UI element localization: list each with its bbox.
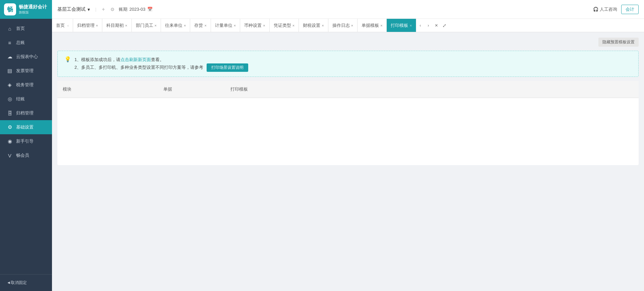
sidebar-item-close[interactable]: ◎ 结账 — [0, 92, 52, 106]
company-name: 基层工会测试 — [57, 6, 86, 12]
tab-single-template-close[interactable]: × — [380, 23, 382, 28]
sidebar-item-vip[interactable]: V 畅会员 — [0, 148, 52, 162]
tab-home[interactable]: 首页 ‹ — [52, 19, 73, 32]
tab-prev-button[interactable]: ‹ — [416, 19, 424, 32]
logo-text: 畅捷通好会计 旗舰版 — [19, 4, 47, 15]
tab-units-label: 计量单位 — [215, 22, 232, 29]
tab-inventory-close[interactable]: × — [204, 23, 206, 28]
period-label: 账期 — [119, 6, 127, 12]
sidebar: 畅 畅捷通好会计 旗舰版 ⌂ 首页 ≡ 总账 ☁ 云报表中心 ▤ 发票管理 ◈ … — [0, 0, 52, 291]
guide-icon: ◉ — [7, 138, 13, 144]
sidebar-item-archive[interactable]: 🗄 归档管理 — [0, 106, 52, 120]
company-selector[interactable]: 基层工会测试 ▾ — [57, 6, 90, 12]
logo-icon: 畅 — [4, 3, 16, 15]
tab-home-label: 首页 — [56, 22, 65, 29]
col-module: 模块 — [57, 84, 158, 94]
tab-tax-settings-close[interactable]: × — [322, 23, 324, 28]
dropdown-icon: ▾ — [88, 7, 90, 12]
add-company-button[interactable]: + — [102, 6, 105, 12]
info-line-2: 2、多员工、多打印机、多种业务类型设置不同打印方案等，请参考 打印场景设置说明 — [74, 63, 248, 72]
settings-company-icon[interactable]: ⚙ — [110, 7, 115, 12]
tab-single-template-label: 单据模板 — [362, 22, 379, 29]
tab-close-all-button[interactable]: ✕ — [432, 19, 440, 32]
sidebar-item-guide[interactable]: ◉ 新手引导 — [0, 134, 52, 148]
tab-voucher-types[interactable]: 凭证类型 × — [270, 19, 299, 32]
tab-print-template[interactable]: 打印模板 × — [387, 19, 416, 32]
tab-voucher-types-close[interactable]: × — [292, 23, 294, 28]
sidebar-label-tax: 税务管理 — [16, 82, 34, 88]
info-box-header: 💡 1、模板添加成功后，请点击刷新新页面查看。 2、多员工、多打印机、多种业务类… — [64, 56, 632, 72]
sidebar-label-close: 结账 — [16, 96, 25, 102]
tab-tax-settings[interactable]: 财税设置 × — [299, 19, 328, 32]
tab-archive-close[interactable]: × — [96, 23, 98, 28]
sidebar-label-reports: 云报表中心 — [16, 54, 38, 60]
tab-units-close[interactable]: × — [234, 23, 236, 28]
sidebar-item-home[interactable]: ⌂ 首页 — [0, 21, 52, 36]
bulb-icon: 💡 — [64, 56, 71, 62]
hide-preview-button[interactable]: 隐藏预置模板设置 — [598, 38, 639, 47]
vip-icon: V — [7, 153, 13, 158]
tab-operation-log[interactable]: 操作日志 × — [328, 19, 358, 32]
sidebar-item-invoice[interactable]: ▤ 发票管理 — [0, 64, 52, 78]
period-value: 2023-03 — [129, 7, 146, 12]
tab-archive-label: 归档管理 — [77, 22, 95, 29]
col-document: 单据 — [158, 84, 225, 94]
guide-button[interactable]: 打印场景设置说明 — [207, 63, 248, 72]
info-line-1: 1、模板添加成功后，请点击刷新新页面查看。 — [74, 56, 248, 63]
calendar-icon[interactable]: 📅 — [147, 7, 153, 12]
tab-customers[interactable]: 往来单位 × — [161, 19, 190, 32]
tab-print-template-close[interactable]: × — [410, 23, 412, 28]
tab-subjects-close[interactable]: × — [125, 23, 127, 28]
header-divider-1: | — [95, 7, 96, 12]
tab-units[interactable]: 计量单位 × — [211, 19, 240, 32]
tab-next-button[interactable]: › — [424, 19, 432, 32]
sidebar-label-invoice: 发票管理 — [16, 68, 34, 74]
sidebar-label-settings: 基础设置 — [16, 124, 34, 130]
print-template-table: 模块 单据 打印模板 — [57, 81, 639, 165]
sidebar-item-settings[interactable]: ⚙ 基础设置 — [0, 120, 52, 134]
tab-customers-label: 往来单位 — [165, 22, 182, 29]
header-actions: 🎧 人工咨询 会计 — [593, 5, 639, 14]
invoice-icon: ▤ — [7, 68, 13, 74]
sidebar-item-tax[interactable]: ◈ 税务管理 — [0, 78, 52, 92]
sidebar-item-reports[interactable]: ☁ 云报表中心 — [0, 50, 52, 64]
tab-subjects-label: 科目期初 — [106, 22, 124, 29]
main-area: 基层工会测试 ▾ | + ⚙ 账期 2023-03 📅 🎧 人工咨询 会计 首页… — [52, 0, 644, 291]
sidebar-label-archive: 归档管理 — [16, 110, 34, 116]
ledger-icon: ≡ — [7, 40, 13, 46]
tab-operation-log-close[interactable]: × — [351, 23, 353, 28]
tab-voucher-types-label: 凭证类型 — [274, 22, 291, 29]
logo-subtitle: 旗舰版 — [19, 10, 47, 15]
logo: 畅 畅捷通好会计 旗舰版 — [0, 0, 52, 19]
kuaiji-button[interactable]: 会计 — [621, 5, 639, 14]
tab-currency-close[interactable]: × — [263, 23, 265, 28]
table-header: 模块 单据 打印模板 — [57, 81, 639, 98]
top-header: 基层工会测试 ▾ | + ⚙ 账期 2023-03 📅 🎧 人工咨询 会计 — [52, 0, 644, 19]
tab-customers-close[interactable]: × — [184, 23, 186, 28]
tab-single-template[interactable]: 单据模板 × — [358, 19, 387, 32]
tab-departments[interactable]: 部门员工 × — [132, 19, 161, 32]
tab-subjects[interactable]: 科目期初 × — [102, 19, 131, 32]
info-box: 💡 1、模板添加成功后，请点击刷新新页面查看。 2、多员工、多打印机、多种业务类… — [57, 51, 639, 77]
tab-tax-settings-label: 财税设置 — [303, 22, 320, 29]
tab-currency[interactable]: 币种设置 × — [240, 19, 269, 32]
tab-print-template-label: 打印模板 — [391, 22, 408, 29]
tab-expand-button[interactable]: ⤢ — [440, 19, 448, 32]
unpin-sidebar-button[interactable]: ◄取消固定 — [0, 274, 52, 291]
sidebar-label-vip: 畅会员 — [16, 152, 29, 158]
tab-inventory-label: 存货 — [194, 22, 203, 29]
sidebar-item-ledger[interactable]: ≡ 总账 — [0, 36, 52, 50]
sidebar-label-guide: 新手引导 — [16, 138, 34, 144]
hide-preview-container: 隐藏预置模板设置 — [57, 38, 639, 47]
tab-archive[interactable]: 归档管理 × — [73, 19, 102, 32]
tab-operation-log-label: 操作日志 — [332, 22, 350, 29]
refresh-link[interactable]: 点击刷新新页面 — [120, 57, 151, 62]
table-body — [57, 98, 639, 165]
info-content: 1、模板添加成功后，请点击刷新新页面查看。 2、多员工、多打印机、多种业务类型设… — [74, 56, 248, 72]
logo-title: 畅捷通好会计 — [19, 4, 47, 10]
service-button[interactable]: 🎧 人工咨询 — [593, 6, 617, 12]
col-print-template: 打印模板 — [225, 84, 639, 94]
tab-departments-close[interactable]: × — [155, 23, 157, 28]
tab-inventory[interactable]: 存货 × — [190, 19, 211, 32]
period-display: 账期 2023-03 📅 — [119, 6, 153, 12]
